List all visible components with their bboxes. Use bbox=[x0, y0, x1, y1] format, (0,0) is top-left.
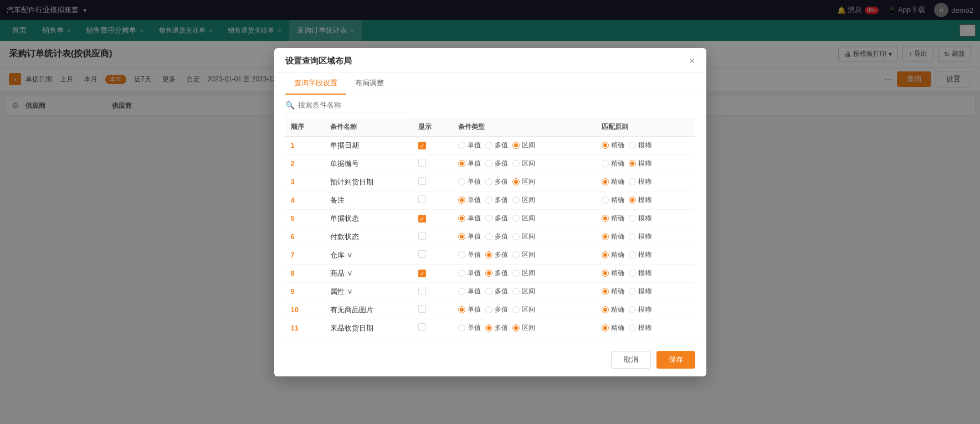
modal-close-button[interactable]: × bbox=[689, 56, 695, 66]
modal-title: 设置查询区域布局 bbox=[285, 56, 352, 66]
search-input[interactable] bbox=[298, 101, 398, 109]
table-header-row: 顺序 条件名称 显示 条件类型 匹配原则 bbox=[285, 118, 695, 121]
tab-query-field-settings[interactable]: 查询字段设置 bbox=[285, 73, 346, 95]
modal-table-wrap: 顺序 条件名称 显示 条件类型 匹配原则 1单据日期单值多值区间精确模糊2单据编… bbox=[285, 118, 695, 121]
search-input-wrap: 🔍 bbox=[285, 101, 407, 112]
col-condition-type: 条件类型 bbox=[453, 118, 596, 121]
col-order: 顺序 bbox=[285, 118, 325, 121]
settings-modal: 设置查询区域布局 × 查询字段设置 布局调整 🔍 顺序 条件名称 显示 bbox=[274, 48, 706, 121]
modal-tabs: 查询字段设置 布局调整 bbox=[274, 73, 706, 95]
modal-header: 设置查询区域布局 × bbox=[274, 48, 706, 73]
col-match-rule: 匹配原则 bbox=[596, 118, 695, 121]
conditions-table: 顺序 条件名称 显示 条件类型 匹配原则 1单据日期单值多值区间精确模糊2单据编… bbox=[285, 118, 695, 121]
modal-overlay: 设置查询区域布局 × 查询字段设置 布局调整 🔍 顺序 条件名称 显示 bbox=[0, 0, 980, 121]
col-name: 条件名称 bbox=[325, 118, 413, 121]
search-icon: 🔍 bbox=[285, 101, 295, 110]
modal-search-area: 🔍 bbox=[274, 95, 706, 118]
tab-layout-adjust[interactable]: 布局调整 bbox=[346, 73, 393, 95]
col-display: 显示 bbox=[413, 118, 453, 121]
